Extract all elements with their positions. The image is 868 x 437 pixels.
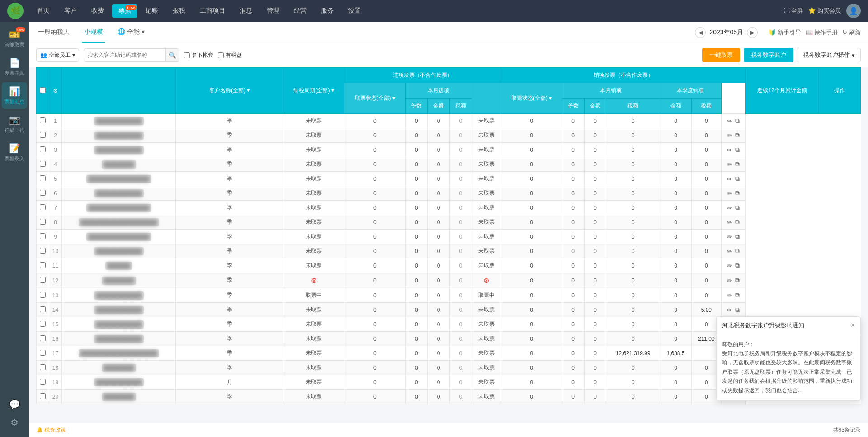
copy-icon[interactable]: ⧉ [735, 160, 740, 168]
edit-icon[interactable]: ✏ [727, 204, 732, 211]
edit-icon[interactable]: ✏ [727, 146, 732, 154]
copy-icon[interactable]: ⧉ [735, 175, 740, 183]
nav-service[interactable]: 服务 [315, 4, 340, 18]
row-checkbox[interactable] [40, 175, 46, 181]
under-account-checkbox[interactable]: 名下帐套 [184, 52, 213, 59]
copy-icon[interactable]: ⧉ [735, 132, 740, 139]
edit-icon[interactable]: ✏ [727, 262, 732, 269]
row-checkbox[interactable] [40, 190, 46, 196]
nav-tax[interactable]: 报税 [166, 4, 192, 18]
copy-icon[interactable]: ⧉ [735, 291, 740, 299]
new-guide-btn[interactable]: 🔰 新手引导 [769, 28, 801, 37]
row-checkbox[interactable] [40, 146, 46, 152]
copy-icon[interactable]: ⧉ [735, 306, 740, 314]
copy-icon[interactable]: ⧉ [735, 218, 740, 226]
nav-message[interactable]: 消息 [233, 4, 259, 18]
nav-invoice[interactable]: 票据 new [112, 4, 137, 18]
copy-icon[interactable]: ⧉ [735, 262, 740, 269]
row-quarter-tax-cell: 0 [660, 143, 691, 157]
nav-operation[interactable]: 经营 [288, 4, 313, 18]
sidebar-item-entry[interactable]: 📝 票据录入 [2, 139, 27, 166]
row-checkbox[interactable] [40, 321, 46, 327]
nav-home[interactable]: 首页 [31, 4, 56, 18]
nav-manage[interactable]: 管理 [260, 4, 286, 18]
row-period-cell: 季 [176, 201, 283, 215]
row-checkbox[interactable] [40, 393, 46, 399]
edit-icon[interactable]: ✏ [727, 132, 732, 139]
edit-icon[interactable]: ✏ [727, 248, 732, 255]
prev-month-btn[interactable]: ◀ [695, 27, 706, 38]
member-btn[interactable]: ⭐ 购买会员 [808, 7, 841, 15]
search-btn[interactable]: 🔍 [165, 48, 179, 62]
row-checkbox[interactable] [40, 379, 46, 385]
has-tax-disk-checkbox[interactable]: 有税盘 [218, 52, 242, 59]
one-key-ticket-btn[interactable]: 一键取票 [702, 48, 740, 62]
copy-icon[interactable]: ⧉ [735, 277, 740, 284]
copy-icon[interactable]: ⧉ [735, 247, 740, 255]
tab-small-scale[interactable]: 小规模 [82, 22, 105, 43]
sidebar-item-settings[interactable]: ⚙ [2, 414, 27, 432]
row-checkbox[interactable] [40, 350, 46, 356]
edit-icon[interactable]: ✏ [727, 233, 732, 240]
refresh-btn[interactable]: ↻ 刷新 [842, 28, 861, 37]
row-checkbox[interactable] [40, 233, 46, 239]
popup-close-btn[interactable]: × [851, 321, 855, 329]
copy-icon[interactable]: ⧉ [735, 189, 740, 197]
tab-all-capable[interactable]: 🌐 全能 ▾ [116, 22, 146, 43]
row-checkbox[interactable] [40, 161, 46, 167]
manual-btn[interactable]: 📖 操作手册 [806, 28, 838, 37]
sidebar-item-smart-ticket[interactable]: new 🎫 智能取票 [2, 25, 27, 52]
nav-billing[interactable]: 收费 [85, 4, 110, 18]
sidebar-item-scan[interactable]: 📷 扫描上传 [2, 111, 27, 137]
edit-icon[interactable]: ✏ [727, 277, 732, 284]
row-checkbox[interactable] [40, 132, 46, 138]
row-checkbox[interactable] [40, 335, 46, 341]
nav-bookkeeping[interactable]: 记账 [139, 4, 165, 18]
employee-filter[interactable]: 👥 全部员工 ▾ [36, 48, 79, 62]
select-all-checkbox[interactable] [40, 87, 46, 93]
sidebar-item-open-invoice[interactable]: 📄 发票开具 [2, 54, 27, 80]
next-month-btn[interactable]: ▶ [747, 27, 758, 38]
nav-business[interactable]: 工商项目 [193, 4, 231, 18]
row-in-count-cell: 0 [344, 172, 406, 186]
row-in-placeholder-cell: 0 [450, 143, 472, 157]
copy-icon[interactable]: ⧉ [735, 146, 740, 154]
row-checkbox[interactable] [40, 277, 46, 283]
edit-icon[interactable]: ✏ [727, 190, 732, 197]
row-in-placeholder-cell: 0 [450, 186, 472, 201]
edit-icon[interactable]: ✏ [727, 175, 732, 183]
tab-general-taxpayer[interactable]: 一般纳税人 [36, 22, 71, 43]
edit-icon[interactable]: ✏ [727, 292, 732, 299]
row-checkbox[interactable] [40, 292, 46, 298]
sidebar-item-summary[interactable]: 📊 票据汇总 [2, 82, 27, 109]
edit-icon[interactable]: ✏ [727, 161, 732, 168]
row-checkbox[interactable] [40, 364, 46, 370]
sidebar-item-chat[interactable]: 💬 [2, 395, 27, 414]
tax-policy-link[interactable]: 🔔 税务政策 [36, 426, 66, 434]
row-checkbox[interactable] [40, 248, 46, 254]
copy-icon[interactable]: ⧉ [735, 204, 740, 211]
row-checkbox[interactable] [40, 306, 46, 312]
nav-settings[interactable]: 设置 [342, 4, 367, 18]
row-out-amount-cell: 0 [562, 346, 584, 361]
edit-icon[interactable]: ✏ [727, 306, 732, 314]
tax-digital-account-op-btn[interactable]: 税务数字账户操作 ▾ [797, 48, 861, 62]
search-input[interactable] [84, 50, 165, 60]
in-status-text: 未取票 [306, 379, 322, 385]
under-account-checkbox-input[interactable] [184, 52, 190, 58]
row-checkbox[interactable] [40, 219, 46, 225]
user-avatar[interactable]: 👤 [846, 4, 861, 18]
edit-icon[interactable]: ✏ [727, 117, 732, 125]
row-checkbox[interactable] [40, 262, 46, 268]
nav-customer[interactable]: 客户 [58, 4, 83, 18]
has-tax-disk-checkbox-input[interactable] [218, 52, 224, 58]
out-status-text: 未取票 [478, 350, 495, 356]
edit-icon[interactable]: ✏ [727, 219, 732, 226]
row-checkbox[interactable] [40, 204, 46, 210]
row-checkbox[interactable] [40, 117, 46, 123]
copy-icon[interactable]: ⧉ [735, 233, 740, 240]
tax-digital-account-btn[interactable]: 税务数字账户 [744, 48, 793, 62]
copy-icon[interactable]: ⧉ [735, 117, 740, 125]
row-index-cell: 15 [49, 317, 62, 332]
fullscreen-btn[interactable]: ⛶ 全屏 [784, 7, 803, 15]
